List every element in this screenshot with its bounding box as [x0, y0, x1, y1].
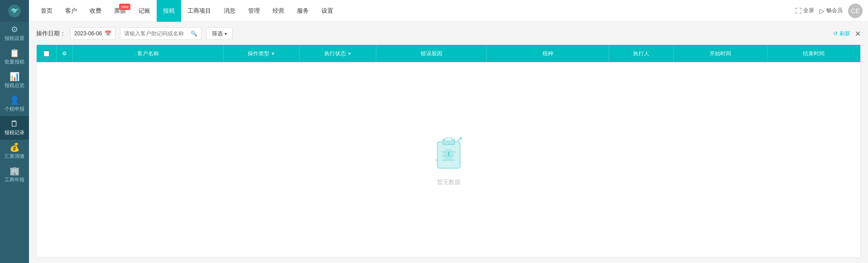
record-icon: 🗒: [10, 120, 19, 128]
nav-piao[interactable]: 票据 new: [108, 0, 132, 22]
sidebar-label-geshuishenbao: 个税申报: [5, 106, 24, 112]
th-taxtype: 税种: [487, 45, 609, 62]
sort-icon-status: ▼: [347, 51, 352, 56]
money-icon: 💰: [10, 143, 19, 151]
sidebar-item-baoshuizonglan[interactable]: 📊 报税总览: [0, 69, 29, 93]
select-all-checkbox[interactable]: [43, 51, 49, 57]
filter-label: 筛选: [212, 30, 223, 38]
fullscreen-btn[interactable]: ⛶ 全屏: [795, 7, 814, 15]
search-input[interactable]: [124, 30, 189, 37]
svg-text:!: !: [447, 151, 450, 158]
th-name: 客户名称: [73, 45, 224, 62]
nav-shezhi[interactable]: 设置: [315, 0, 340, 22]
sidebar-item-piliangbaoshui[interactable]: 📋 批量报税: [0, 45, 29, 69]
new-badge: new: [119, 4, 130, 10]
refresh-icon: ↺: [833, 30, 838, 37]
th-executor: 执行人: [609, 45, 674, 62]
svg-point-13: [460, 161, 462, 164]
sidebar-label-baoshuishezhi: 报税设置: [5, 35, 24, 42]
nav-kehu[interactable]: 客户: [59, 0, 83, 22]
nav-shoufei[interactable]: 收费: [83, 0, 108, 22]
nav-baoshui[interactable]: 报税: [157, 0, 181, 22]
topnav: 首页 客户 收费 票据 new 记账 报税 工商项目 消息 管理 经营: [29, 0, 868, 22]
settings-icon: ⚙: [11, 25, 18, 34]
vip-btn[interactable]: ▷ 畅会员: [820, 7, 843, 15]
avatar[interactable]: CE: [848, 4, 863, 18]
nav-shouy[interactable]: 首页: [34, 0, 59, 22]
nav-jingying[interactable]: 经营: [266, 0, 291, 22]
toolbar-right: ↺ 刷新 ✕: [833, 29, 861, 38]
search-box[interactable]: 🔍: [120, 27, 201, 40]
th-checkbox[interactable]: [37, 45, 57, 62]
sidebar-item-huisuanqingfu[interactable]: 💰 汇算清缴: [0, 140, 29, 163]
content: 操作日期： 2023-06-06 📅 🔍 筛选 ▾ ↺ 刷新 ✕: [29, 22, 868, 263]
table-header: ⚙ 客户名称 操作类型 ▼ 执行状态 ▼ 错误股因 税种: [37, 45, 860, 62]
sidebar-label-baoshuizonglan: 报税总览: [5, 82, 24, 89]
nav-gongshang[interactable]: 工商项目: [181, 0, 217, 22]
filter-button[interactable]: 筛选 ▾: [206, 27, 233, 40]
sidebar-label-piliangbaoshui: 批量报税: [5, 58, 24, 65]
sidebar-item-baoshuishezhi[interactable]: ⚙ 报税设置: [0, 22, 29, 45]
svg-rect-4: [445, 138, 452, 141]
svg-point-1: [13, 9, 16, 13]
main-area: 首页 客户 收费 票据 new 记账 报税 工商项目 消息 管理 经营: [29, 0, 868, 263]
search-icon: 🔍: [191, 30, 197, 37]
fullscreen-icon: ⛶: [795, 7, 801, 15]
nav-fuwu[interactable]: 服务: [291, 0, 315, 22]
chevron-down-icon: ▾: [225, 31, 227, 36]
sidebar-label-gongshangnianbu: 工商年报: [5, 176, 24, 183]
th-status[interactable]: 执行状态 ▼: [300, 45, 376, 62]
person-icon: 👤: [10, 96, 19, 104]
nav-xiaoxi[interactable]: 消息: [217, 0, 242, 22]
date-value: 2023-06-06: [74, 30, 102, 37]
nav-jizhang[interactable]: 记账: [132, 0, 157, 22]
overview-icon: 📊: [10, 73, 19, 81]
date-label: 操作日期：: [36, 29, 66, 38]
sidebar-item-gongshangnianbu[interactable]: 🏢 工商年报: [0, 163, 29, 187]
sort-icon-optype: ▼: [271, 51, 275, 56]
gear-icon: ⚙: [62, 50, 67, 57]
th-error: 错误股因: [376, 45, 487, 62]
calendar-icon: 📅: [105, 30, 111, 37]
company-icon: 🏢: [10, 167, 19, 175]
empty-icon: !: [428, 133, 469, 174]
refresh-button[interactable]: ↺ 刷新: [833, 30, 850, 38]
close-button[interactable]: ✕: [855, 29, 861, 38]
sidebar-label-huisuanqingfu: 汇算清缴: [5, 153, 24, 160]
svg-point-12: [436, 159, 437, 161]
nav-right: ⛶ 全屏 ▷ 畅会员 CE: [795, 4, 863, 18]
table-body: ! 暂无数据: [37, 62, 860, 257]
nav-guanli[interactable]: 管理: [242, 0, 266, 22]
sidebar-logo: [0, 0, 29, 22]
batch-icon: 📋: [10, 49, 19, 57]
th-starttime: 开始时间: [674, 45, 767, 62]
th-gear[interactable]: ⚙: [57, 45, 73, 62]
table: ⚙ 客户名称 操作类型 ▼ 执行状态 ▼ 错误股因 税种: [36, 44, 861, 258]
empty-text: 暂无数据: [437, 178, 460, 186]
vip-icon: ▷: [820, 7, 825, 15]
th-endtime: 结束时间: [767, 45, 860, 62]
th-optype[interactable]: 操作类型 ▼: [224, 45, 300, 62]
sidebar: ⚙ 报税设置 📋 批量报税 📊 报税总览 👤 个税申报 🗒 报税记录 💰 汇算清…: [0, 0, 29, 263]
empty-illustration: ! 暂无数据: [428, 133, 469, 186]
sidebar-item-baoshuijilu[interactable]: 🗒 报税记录: [0, 116, 29, 140]
sidebar-label-baoshuijilu: 报税记录: [5, 129, 24, 136]
date-input[interactable]: 2023-06-06 📅: [70, 27, 115, 40]
toolbar: 操作日期： 2023-06-06 📅 🔍 筛选 ▾ ↺ 刷新 ✕: [36, 27, 861, 40]
sidebar-item-geshuishenbao[interactable]: 👤 个税申报: [0, 93, 29, 116]
